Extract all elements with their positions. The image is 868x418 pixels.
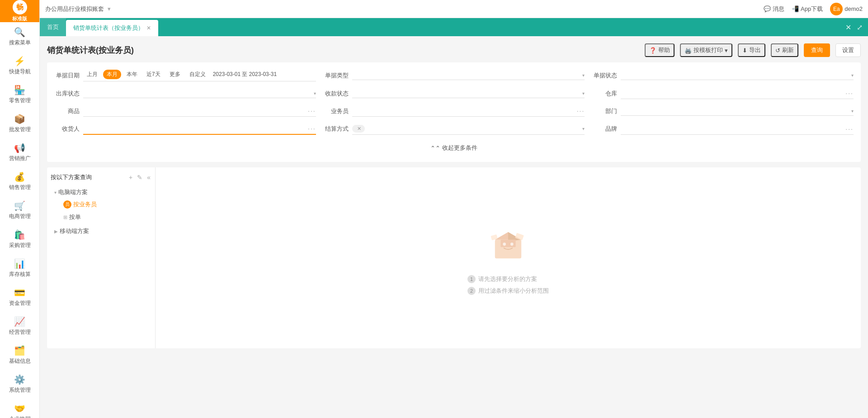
message-btn[interactable]: 💬 消息 <box>764 5 784 13</box>
scheme-item-salesperson-icon-text: 员 <box>65 201 70 208</box>
salesperson-label: 业务员 <box>323 107 349 115</box>
sidebar-item-ecommerce[interactable]: 🛒 电商管理 <box>0 196 40 225</box>
scheme-group-mobile-header[interactable]: ▶ 移动端方案 <box>52 225 151 237</box>
sidebar-item-label-ecommerce: 电商管理 <box>9 213 31 220</box>
sidebar-item-label-shortcuts: 快捷导航 <box>9 68 31 76</box>
scheme-group-pc-header[interactable]: ▾ 电脑端方案 <box>52 186 151 198</box>
topbar: 办公用品行业模拟账套 ▾ 💬 消息 📲 App下载 Ea demo2 <box>40 0 868 18</box>
scheme-item-salesperson-icon: 员 <box>63 200 71 209</box>
sidebar-item-label-retail: 零售管理 <box>9 97 31 104</box>
help-label: 帮助 <box>658 46 670 54</box>
settlement-clear-icon[interactable]: ✕ <box>357 126 361 132</box>
scheme-group-mobile: ▶ 移动端方案 <box>52 225 151 237</box>
message-label: 消息 <box>773 5 784 13</box>
help-btn[interactable]: ❓ 帮助 <box>645 43 675 57</box>
sidebar-item-wholesale[interactable]: 📦 批发管理 <box>0 109 40 138</box>
sidebar-item-sales[interactable]: 💰 销售管理 <box>0 167 40 196</box>
date-tag-this-month[interactable]: 本月 <box>103 70 121 79</box>
doc-status-input[interactable]: ▾ <box>621 71 854 80</box>
print-icon: 🖨️ <box>684 47 692 54</box>
sidebar-item-operations[interactable]: 📈 经营管理 <box>0 312 40 341</box>
tip-text-2: 用过滤条件来缩小分析范围 <box>478 287 549 295</box>
scheme-item-byorder-label: 按单 <box>69 213 81 221</box>
sidebar-item-system[interactable]: ⚙️ 系统管理 <box>0 370 40 399</box>
svg-rect-3 <box>500 240 515 247</box>
sidebar-item-shortcuts[interactable]: ⚡ 快捷导航 <box>0 51 40 80</box>
sidebar-item-search[interactable]: 🔍 搜索菜单 <box>0 22 40 51</box>
date-tag-custom[interactable]: 自定义 <box>186 70 209 79</box>
query-btn[interactable]: 查询 <box>804 43 830 57</box>
date-tag-7days[interactable]: 近7天 <box>143 70 164 79</box>
brand-input[interactable]: ··· <box>621 124 854 135</box>
doc-type-label: 单据类型 <box>323 71 349 80</box>
brand-dots-icon: ··· <box>845 125 854 133</box>
brand-label: 品牌 <box>592 125 617 133</box>
app-download-btn[interactable]: 📲 App下载 <box>792 5 823 13</box>
page-title: 销货单统计表(按业务员) <box>47 45 134 56</box>
scheme-group-pc: ▾ 电脑端方案 员 按业务员 ⊞ 按单 <box>52 186 151 223</box>
scheme-tree: ▾ 电脑端方案 员 按业务员 ⊞ 按单 <box>51 186 151 237</box>
settlement-input[interactable]: ✕ ▾ <box>352 123 585 135</box>
sidebar-item-purchase[interactable]: 🛍️ 采购管理 <box>0 225 40 254</box>
refresh-label: 刷新 <box>782 46 794 54</box>
sidebar-item-finance[interactable]: 💳 资金管理 <box>0 283 40 312</box>
collapse-chevron-icon: ⌃⌃ <box>430 145 440 152</box>
sidebar-item-label-inventory: 库存核算 <box>9 271 31 278</box>
dept-label: 部门 <box>592 107 617 115</box>
out-status-input[interactable]: ▾ <box>83 89 316 98</box>
scheme-edit-btn[interactable]: ✎ <box>136 173 143 182</box>
message-icon: 💬 <box>764 5 771 12</box>
dept-input[interactable]: ▾ <box>621 107 854 116</box>
sidebar-item-basic[interactable]: 🗂️ 基础信息 <box>0 341 40 370</box>
sidebar-item-marketing[interactable]: 📢 营销推广 <box>0 138 40 167</box>
inventory-icon: 📊 <box>14 258 25 269</box>
scheme-group-mobile-label: 移动端方案 <box>60 227 89 235</box>
user-menu-btn[interactable]: Ea demo2 <box>830 3 863 15</box>
date-tag-this-year[interactable]: 本年 <box>123 70 141 79</box>
scheme-item-salesperson[interactable]: 员 按业务员 <box>52 198 151 211</box>
salesperson-input[interactable]: ··· <box>352 105 585 117</box>
avatar: Ea <box>830 3 843 15</box>
recv-status-input[interactable]: ▾ <box>352 89 585 98</box>
filter-item-consignee: 收货人 ··· <box>54 123 316 135</box>
goods-input[interactable]: ··· <box>83 105 316 117</box>
scheme-add-btn[interactable]: + <box>128 173 133 182</box>
date-tag-more[interactable]: 更多 <box>166 70 184 79</box>
sidebar-item-inventory[interactable]: 📊 库存核算 <box>0 254 40 283</box>
settings-btn[interactable]: 设置 <box>835 43 861 57</box>
refresh-btn[interactable]: ↺ 刷新 <box>771 43 798 57</box>
filter-item-recv-status: 收款状态 ▾ <box>323 89 585 98</box>
filter-item-dept: 部门 ▾ <box>592 107 854 116</box>
svg-point-4 <box>503 242 506 246</box>
tab-expand-btn[interactable]: ⤢ <box>855 21 864 33</box>
breadcrumb-dropdown-icon[interactable]: ▾ <box>108 5 111 12</box>
date-tag-last-month[interactable]: 上月 <box>83 70 101 79</box>
template-print-label: 按模板打印 <box>693 46 723 54</box>
sidebar: 畅 标准版 🔍 搜索菜单 ⚡ 快捷导航 🏪 零售管理 📦 批发管理 📢 营销推广… <box>0 0 40 418</box>
sidebar-item-label-sales: 销售管理 <box>9 184 31 191</box>
date-label: 单据日期 <box>54 71 80 80</box>
template-print-btn[interactable]: 🖨️ 按模板打印 ▾ <box>680 43 732 57</box>
doc-type-input[interactable]: ▾ <box>352 71 585 80</box>
scheme-collapse-btn[interactable]: « <box>146 173 151 182</box>
consignee-label: 收货人 <box>54 125 80 133</box>
scheme-item-byorder[interactable]: ⊞ 按单 <box>52 211 151 223</box>
tab-home[interactable]: 首页 <box>40 18 66 36</box>
export-icon: ⬇ <box>742 47 747 54</box>
settlement-clear-tag[interactable]: ✕ <box>352 125 365 133</box>
sidebar-item-retail[interactable]: 🏪 零售管理 <box>0 80 40 109</box>
warehouse-input[interactable]: ··· <box>621 88 854 99</box>
tip-text-1: 请先选择要分析的方案 <box>478 275 537 283</box>
recv-status-arrow-icon: ▾ <box>582 91 585 96</box>
tab-close-btn[interactable]: ✕ <box>146 25 151 31</box>
sidebar-item-enterprise[interactable]: 🤝 企业协同 <box>0 399 40 418</box>
export-btn[interactable]: ⬇ 导出 <box>738 43 765 57</box>
filter-panel: 单据日期 上月 本月 本年 近7天 更多 自定义 2023-03-01 至 20… <box>47 62 861 162</box>
collapse-filter-btn[interactable]: ⌃⌃ 收起更多条件 <box>54 141 854 155</box>
warehouse-label: 仓库 <box>592 90 617 98</box>
tab-sales-stats[interactable]: 销货单统计表（按业务员） ✕ <box>66 20 158 36</box>
filter-item-brand: 品牌 ··· <box>592 124 854 135</box>
tab-close-all-btn[interactable]: ✕ <box>844 21 853 33</box>
page-header: 销货单统计表(按业务员) ❓ 帮助 🖨️ 按模板打印 ▾ ⬇ 导出 ↺ 刷新 <box>47 43 861 57</box>
consignee-input[interactable]: ··· <box>83 123 316 135</box>
